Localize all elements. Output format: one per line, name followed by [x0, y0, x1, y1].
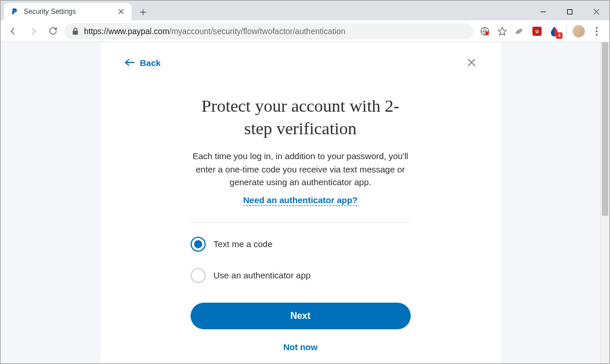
- card-header: Back: [124, 42, 477, 83]
- svg-rect-1: [73, 31, 78, 35]
- extension-bird-icon[interactable]: [514, 25, 525, 37]
- translate-icon[interactable]: [479, 25, 491, 37]
- svg-point-5: [596, 30, 597, 32]
- chrome-menu-icon[interactable]: [591, 25, 602, 37]
- window-close-icon[interactable]: [583, 3, 609, 20]
- page-title: Protect your account with 2-step verific…: [191, 94, 411, 139]
- extension-badge: 4: [556, 32, 562, 39]
- browser-tab[interactable]: Security Settings: [4, 3, 132, 20]
- radio-unselected-icon[interactable]: [191, 268, 206, 283]
- tab-title: Security Settings: [24, 8, 76, 16]
- tab-strip: Security Settings: [1, 1, 609, 20]
- nav-reload-icon[interactable]: [45, 23, 61, 39]
- back-label: Back: [140, 58, 161, 68]
- close-icon[interactable]: [466, 57, 477, 68]
- option-text-code-label: Text me a code: [214, 239, 273, 249]
- new-tab-button[interactable]: [135, 4, 151, 20]
- option-auth-app-label: Use an authenticator app: [214, 270, 311, 280]
- ublock-shield-icon[interactable]: u: [531, 25, 543, 37]
- profile-avatar-icon[interactable]: [572, 25, 585, 38]
- svg-point-4: [596, 27, 597, 28]
- option-text-code[interactable]: Text me a code: [191, 237, 411, 252]
- page-description: Each time you log in, in addition to you…: [191, 150, 411, 189]
- toolbar-separator: [566, 25, 567, 37]
- nav-forward-icon[interactable]: [25, 23, 41, 39]
- url-text: https://www.paypal.com/myaccount/securit…: [84, 27, 345, 36]
- address-bar[interactable]: https://www.paypal.com/myaccount/securit…: [64, 23, 473, 39]
- divider: [191, 222, 411, 223]
- security-card: Back Protect your account with 2-step ve…: [101, 42, 501, 363]
- next-button[interactable]: Next: [191, 303, 411, 329]
- bookmark-star-icon[interactable]: [496, 25, 508, 37]
- page-body: Back Protect your account with 2-step ve…: [1, 42, 600, 363]
- scrollbar-thumb[interactable]: [602, 42, 608, 216]
- svg-rect-3: [485, 31, 489, 35]
- browser-toolbar: https://www.paypal.com/myaccount/securit…: [1, 20, 609, 42]
- svg-rect-0: [567, 9, 572, 14]
- page-viewport: Back Protect your account with 2-step ve…: [1, 42, 609, 363]
- not-now-link[interactable]: Not now: [191, 342, 411, 352]
- browser-window: Security Settings https://www.paypal.com…: [0, 0, 610, 364]
- window-minimize-icon[interactable]: [529, 3, 556, 20]
- lastpass-droplet-icon[interactable]: 4: [549, 25, 560, 37]
- arrow-left-icon: [124, 58, 136, 67]
- tab-close-icon[interactable]: [116, 7, 126, 16]
- option-auth-app[interactable]: Use an authenticator app: [191, 268, 411, 283]
- nav-back-icon[interactable]: [5, 23, 21, 39]
- card-content: Protect your account with 2-step verific…: [191, 94, 411, 352]
- radio-selected-icon[interactable]: [191, 237, 206, 252]
- window-controls: [529, 3, 609, 20]
- vertical-scrollbar[interactable]: [600, 42, 609, 363]
- lock-icon: [71, 27, 79, 35]
- help-link[interactable]: Need an authenticator app?: [243, 195, 358, 206]
- url-host: https://www.paypal.com: [84, 27, 169, 36]
- toolbar-right-icons: u 4: [477, 25, 605, 38]
- back-link[interactable]: Back: [124, 58, 161, 68]
- svg-point-6: [596, 34, 597, 35]
- url-path: /myaccount/security/flow/twofactor/authe…: [169, 27, 345, 36]
- window-maximize-icon[interactable]: [556, 3, 583, 20]
- paypal-favicon: [10, 7, 19, 16]
